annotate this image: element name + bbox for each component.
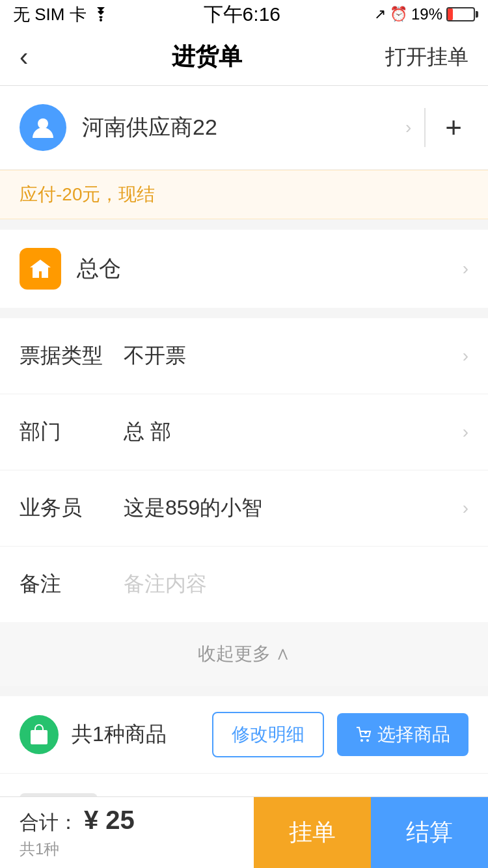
warehouse-section: 总仓 › xyxy=(0,230,488,308)
battery-percent: 19% xyxy=(411,5,442,23)
nav-bar: ‹ 进货单 打开挂单 xyxy=(0,29,488,86)
supplier-avatar xyxy=(20,104,66,151)
products-count: 共1种商品 xyxy=(72,720,199,749)
alarm-icon: ⏰ xyxy=(390,6,407,23)
salesperson-value: 这是859的小智 xyxy=(111,494,463,522)
svg-point-1 xyxy=(38,118,48,129)
open-hold-button[interactable]: 打开挂单 xyxy=(385,43,468,72)
edit-detail-button[interactable]: 修改明细 xyxy=(212,712,324,757)
warehouse-chevron-icon: › xyxy=(463,258,468,279)
svg-point-3 xyxy=(360,739,363,742)
status-time: 下午6:16 xyxy=(204,1,280,28)
total-sub: 共1种 xyxy=(20,839,234,860)
checkout-button[interactable]: 结算 xyxy=(371,797,488,869)
warning-banner: 应付-20元，现结 xyxy=(0,170,488,219)
total-label: 合计： xyxy=(20,811,78,833)
select-product-button[interactable]: 选择商品 xyxy=(337,713,468,756)
status-right: ↗ ⏰ 19% xyxy=(374,5,475,23)
add-button[interactable]: + xyxy=(439,111,468,144)
department-chevron: › xyxy=(463,422,468,442)
products-header: 共1种商品 修改明细 选择商品 xyxy=(0,696,488,774)
invoice-type-row[interactable]: 票据类型 不开票 › xyxy=(0,318,488,394)
home-icon xyxy=(29,257,52,280)
invoice-type-label: 票据类型 xyxy=(20,342,111,370)
salesperson-label: 业务员 xyxy=(20,494,111,522)
collapse-button[interactable]: 收起更多 ∧ xyxy=(0,622,488,686)
cart-icon xyxy=(355,726,372,743)
wifi-icon xyxy=(92,7,110,21)
hold-button[interactable]: 挂单 xyxy=(254,797,371,869)
bottom-bar: 合计： ¥ 25 共1种 挂单 结算 xyxy=(0,796,488,868)
location-icon: ↗ xyxy=(374,6,386,23)
total-section: 合计： ¥ 25 共1种 xyxy=(0,806,254,860)
shopping-bag-icon xyxy=(28,724,50,746)
svg-point-4 xyxy=(366,739,369,742)
salesperson-row[interactable]: 业务员 这是859的小智 › xyxy=(0,470,488,547)
supplier-row[interactable]: 河南供应商22 › + xyxy=(0,86,488,170)
svg-rect-2 xyxy=(31,730,47,744)
status-bar: 无 SIM 卡 下午6:16 ↗ ⏰ 19% xyxy=(0,0,488,29)
back-button[interactable]: ‹ xyxy=(20,42,28,72)
invoice-type-chevron: › xyxy=(463,346,468,366)
warehouse-row[interactable]: 总仓 › xyxy=(0,230,488,308)
svg-point-0 xyxy=(100,19,102,21)
products-icon xyxy=(20,715,59,754)
warehouse-icon xyxy=(20,248,61,290)
invoice-type-value: 不开票 xyxy=(111,342,463,370)
supplier-chevron-icon: › xyxy=(405,117,411,138)
total-amount: ¥ 25 xyxy=(84,806,135,834)
department-row[interactable]: 部门 总 部 › xyxy=(0,394,488,470)
person-icon xyxy=(30,115,56,141)
warehouse-name: 总仓 xyxy=(77,254,463,284)
status-carrier: 无 SIM 卡 xyxy=(13,3,110,26)
supplier-section: 河南供应商22 › + 应付-20元，现结 xyxy=(0,86,488,219)
supplier-name: 河南供应商22 xyxy=(82,113,405,142)
department-value: 总 部 xyxy=(111,418,463,446)
remark-value[interactable]: 备注内容 xyxy=(111,570,468,599)
remark-row[interactable]: 备注 备注内容 xyxy=(0,547,488,622)
divider xyxy=(424,108,426,147)
department-label: 部门 xyxy=(20,418,111,446)
battery-icon xyxy=(446,7,475,21)
remark-label: 备注 xyxy=(20,570,111,599)
page-title: 进货单 xyxy=(172,41,242,73)
salesperson-chevron: › xyxy=(463,498,468,519)
form-section: 票据类型 不开票 › 部门 总 部 › 业务员 这是859的小智 › 备注 备注… xyxy=(0,318,488,622)
